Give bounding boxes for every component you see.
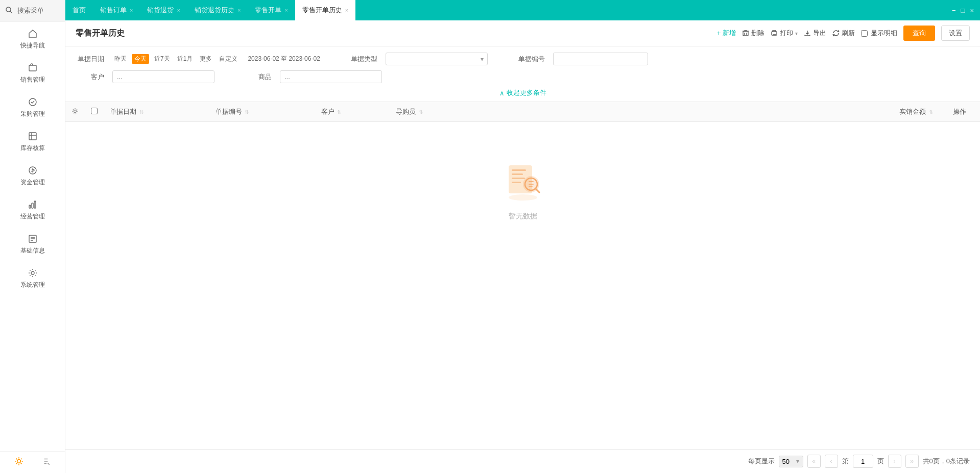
window-min-btn[interactable]: − <box>952 7 956 14</box>
date-btn-more[interactable]: 更多 <box>198 54 214 64</box>
doc-type-label: 单据类型 <box>349 55 377 64</box>
prev-page-btn[interactable]: ‹ <box>825 455 838 468</box>
close-tab-active-icon[interactable]: × <box>345 7 348 13</box>
col-doc-date[interactable]: 单据日期 ⇅ <box>104 102 209 122</box>
window-max-btn[interactable]: □ <box>961 7 965 14</box>
top-nav: 首页 销售订单 × 销货退货 × 销货退货历史 × 零售开单 × 零售开单历史 … <box>65 0 980 20</box>
sidebar-item-ops-mgmt[interactable]: 经营管理 <box>0 193 65 227</box>
close-tab-icon[interactable]: × <box>130 7 133 13</box>
page-unit: 页 <box>877 457 884 466</box>
svg-point-15 <box>509 194 537 201</box>
sort-icon: ⇅ <box>337 109 341 115</box>
sidebar-item-quick-nav[interactable]: 快捷导航 <box>0 22 65 56</box>
tab-sales-order[interactable]: 销售订单 × <box>93 0 140 20</box>
date-btn-1month[interactable]: 近1月 <box>175 54 195 64</box>
sidebar-item-label: 资金管理 <box>20 178 45 187</box>
page-title: 零售开单历史 <box>76 28 125 39</box>
svg-point-10 <box>31 271 34 275</box>
table-area: 单据日期 ⇅ 单据编号 ⇅ 客户 ⇅ <box>65 102 980 473</box>
collapse-button[interactable]: ∧ 收起更多条件 <box>76 88 970 97</box>
tab-sales-return-history[interactable]: 销货退货历史 × <box>187 0 248 20</box>
col-settings[interactable] <box>65 102 85 122</box>
sidebar-item-sys-mgmt[interactable]: 系统管理 <box>0 261 65 295</box>
date-btn-7days[interactable]: 近7天 <box>152 54 172 64</box>
sidebar-item-label: 销售管理 <box>20 76 45 84</box>
svg-point-14 <box>74 110 77 112</box>
refresh-button[interactable]: 刷新 <box>832 29 855 38</box>
pagination: 每页显示 10 20 50 100 « ‹ 第 1 页 › » 共0页，0条记录 <box>65 449 980 473</box>
delete-icon <box>742 30 749 37</box>
sidebar-search[interactable]: 搜索采单 <box>0 0 65 22</box>
svg-point-11 <box>17 460 20 463</box>
gear-icon[interactable] <box>14 457 23 468</box>
page-number-input[interactable]: 1 <box>853 455 873 468</box>
svg-rect-19 <box>512 178 525 179</box>
tab-retail-history[interactable]: 零售开单历史 × <box>295 0 355 20</box>
svg-rect-12 <box>743 31 748 36</box>
date-btn-yesterday[interactable]: 昨天 <box>112 54 129 64</box>
delete-button[interactable]: 删除 <box>742 29 764 38</box>
svg-point-0 <box>6 7 11 12</box>
doc-type-select-wrap <box>386 53 488 65</box>
sidebar-item-purchase-mgmt[interactable]: 采购管理 <box>0 90 65 125</box>
select-all-checkbox[interactable] <box>91 108 98 114</box>
empty-state: 暂无数据 <box>65 122 980 252</box>
empty-illustration <box>497 153 548 204</box>
svg-rect-20 <box>512 182 521 183</box>
col-settings-icon <box>71 108 79 115</box>
sys-icon <box>27 267 38 279</box>
col-spacer <box>480 102 833 122</box>
table-wrapper: 单据日期 ⇅ 单据编号 ⇅ 客户 ⇅ <box>65 102 980 449</box>
close-tab-icon[interactable]: × <box>237 7 241 13</box>
query-button[interactable]: 查询 <box>903 26 935 41</box>
date-btn-custom[interactable]: 自定义 <box>217 54 240 64</box>
date-btn-today[interactable]: 今天 <box>132 54 149 64</box>
per-page-select[interactable]: 10 20 50 100 <box>779 456 803 467</box>
tab-retail-open[interactable]: 零售开单 × <box>248 0 295 20</box>
sidebar: 搜索采单 快捷导航 销售管理 采购管理 <box>0 0 65 473</box>
tab-sales-return[interactable]: 销货退货 × <box>140 0 187 20</box>
refresh-icon <box>832 30 840 37</box>
col-doc-no[interactable]: 单据编号 ⇅ <box>209 102 315 122</box>
svg-rect-18 <box>512 173 523 175</box>
window-close-btn[interactable]: × <box>970 7 974 14</box>
filter-row-1: 单据日期 昨天 今天 近7天 近1月 更多 自定义 2023-06-02 至 2… <box>76 53 970 65</box>
settings-button[interactable]: 设置 <box>941 26 970 41</box>
print-dropdown-icon[interactable]: ▾ <box>795 31 798 36</box>
sidebar-item-inventory[interactable]: 库存核算 <box>0 125 65 159</box>
col-checkbox[interactable] <box>85 102 104 122</box>
sidebar-item-finance[interactable]: 资金管理 <box>0 159 65 193</box>
first-page-btn[interactable]: « <box>807 455 821 468</box>
sidebar-item-sales-mgmt[interactable]: 销售管理 <box>0 56 65 90</box>
collapse-icon[interactable] <box>41 457 51 468</box>
purchase-icon <box>27 96 38 108</box>
customer-input[interactable] <box>112 70 214 83</box>
svg-rect-6 <box>29 205 31 208</box>
tab-home[interactable]: 首页 <box>65 0 93 20</box>
data-table: 单据日期 ⇅ 单据编号 ⇅ 客户 ⇅ <box>65 102 980 122</box>
col-customer[interactable]: 客户 ⇅ <box>315 102 390 122</box>
doc-type-select[interactable] <box>386 53 488 65</box>
col-guide[interactable]: 导购员 ⇅ <box>390 102 480 122</box>
col-amount[interactable]: 实销金额 ⇅ <box>833 102 939 122</box>
inventory-icon <box>27 131 38 142</box>
export-button[interactable]: 导出 <box>804 29 826 38</box>
print-button[interactable]: 打印 ▾ <box>771 29 798 38</box>
close-tab-icon[interactable]: × <box>177 7 180 13</box>
add-button[interactable]: + 新增 <box>717 29 736 38</box>
sidebar-item-basic-info[interactable]: 基础信息 <box>0 227 65 261</box>
display-cols-checkbox[interactable] <box>861 30 868 37</box>
sort-icon: ⇅ <box>419 109 423 115</box>
product-input[interactable] <box>280 70 382 83</box>
last-page-btn[interactable]: » <box>905 455 919 468</box>
window-controls: − □ × <box>952 7 980 14</box>
collapse-arrow-icon: ∧ <box>499 89 505 97</box>
doc-no-input[interactable] <box>553 53 648 65</box>
display-cols-button[interactable]: 显示明细 <box>861 29 897 38</box>
main-area: 首页 销售订单 × 销货退货 × 销货退货历史 × 零售开单 × 零售开单历史 … <box>65 0 980 473</box>
svg-rect-8 <box>34 201 36 208</box>
doc-no-label: 单据编号 <box>516 55 545 64</box>
next-page-btn[interactable]: › <box>888 455 901 468</box>
close-tab-icon[interactable]: × <box>284 7 288 13</box>
sort-icon: ⇅ <box>139 109 144 115</box>
